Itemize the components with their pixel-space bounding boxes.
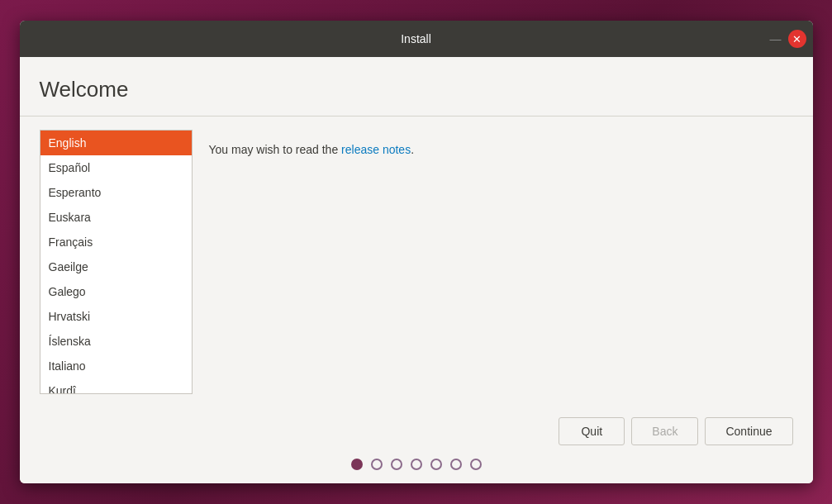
- progress-dot-1: [371, 459, 383, 470]
- button-row: Quit Back Continue: [40, 417, 793, 445]
- progress-dots: [351, 459, 482, 470]
- continue-button[interactable]: Continue: [705, 417, 792, 445]
- window-title: Install: [401, 32, 431, 45]
- lang-item-euskara[interactable]: Euskara: [40, 205, 192, 230]
- close-icon: ✕: [792, 33, 801, 45]
- quit-button[interactable]: Quit: [559, 417, 625, 445]
- lang-item-francais[interactable]: Français: [40, 230, 192, 254]
- main-content: EnglishEspañolEsperantoEuskaraFrançaisGa…: [20, 116, 813, 407]
- lang-item-islenska[interactable]: Íslenska: [40, 329, 192, 354]
- progress-dot-6: [470, 459, 482, 470]
- right-panel: You may wish to read the release notes.: [209, 130, 793, 394]
- lang-item-gaeilge[interactable]: Gaeilge: [40, 254, 192, 279]
- release-notes-text: You may wish to read the release notes.: [209, 143, 793, 156]
- titlebar: Install — ✕: [20, 21, 813, 57]
- content-area: Welcome EnglishEspañolEsperantoEuskaraFr…: [20, 57, 813, 407]
- window-controls: — ✕: [768, 30, 806, 48]
- minimize-button[interactable]: —: [768, 31, 783, 46]
- lang-item-english[interactable]: English: [40, 131, 192, 155]
- lang-item-hrvatski[interactable]: Hrvatski: [40, 304, 192, 329]
- bottom-bar: Quit Back Continue: [20, 407, 813, 483]
- minimize-icon: —: [770, 33, 782, 45]
- progress-dot-4: [430, 459, 442, 470]
- lang-item-galego[interactable]: Galego: [40, 279, 192, 304]
- release-notes-suffix: .: [411, 143, 414, 156]
- lang-item-kurdi[interactable]: Kurdî: [40, 378, 192, 394]
- lang-item-espanol[interactable]: Español: [40, 155, 192, 180]
- language-list[interactable]: EnglishEspañolEsperantoEuskaraFrançaisGa…: [40, 130, 193, 394]
- lang-item-italiano[interactable]: Italiano: [40, 354, 192, 378]
- progress-dot-2: [391, 459, 402, 470]
- lang-item-esperanto[interactable]: Esperanto: [40, 180, 192, 205]
- progress-dot-3: [411, 459, 422, 470]
- close-button[interactable]: ✕: [788, 30, 806, 48]
- release-notes-link[interactable]: release notes: [341, 143, 411, 156]
- page-title: Welcome: [20, 57, 813, 116]
- progress-dot-5: [450, 459, 462, 470]
- progress-dot-0: [351, 459, 363, 470]
- release-notes-prefix: You may wish to read the: [209, 143, 342, 156]
- back-button[interactable]: Back: [631, 417, 698, 445]
- install-window: Install — ✕ Welcome EnglishEspañolEspera…: [20, 21, 813, 483]
